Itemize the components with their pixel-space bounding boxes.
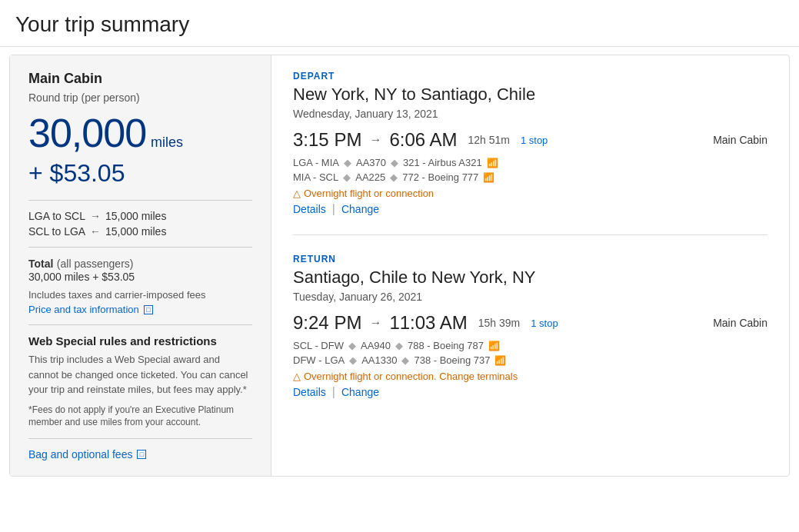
divider-4 — [28, 438, 252, 439]
return-change-link[interactable]: Change — [341, 386, 379, 398]
wifi-icon-2: 📶 — [483, 172, 494, 183]
miles-row: 30,000 miles — [28, 110, 252, 156]
depart-cabin: Main Cabin — [713, 134, 767, 146]
dot4: ◆ — [390, 171, 398, 183]
route-table: LGA to SCL → 15,000 miles SCL to LGA ← 1… — [28, 210, 252, 238]
return-seg2-route: DFW - LGA — [293, 354, 345, 366]
dot8: ◆ — [401, 354, 409, 366]
pipe-1: | — [332, 202, 335, 216]
total-label: Total — [28, 258, 53, 270]
return-section: RETURN Santiago, Chile to New York, NY T… — [293, 234, 767, 399]
dot1: ◆ — [344, 157, 351, 168]
dot2: ◆ — [391, 157, 398, 168]
depart-seg1-route: LGA - MIA — [293, 157, 339, 168]
depart-seg2-equipment: 772 - Boeing 777 — [402, 171, 478, 183]
warning-triangle-icon-1: △ — [293, 188, 301, 199]
return-seg1-route: SCL - DFW — [293, 340, 344, 351]
web-special-text: This trip includes a Web Special award a… — [28, 352, 252, 397]
round-trip-label: Round trip (per person) — [28, 91, 252, 104]
depart-segment-1: LGA - MIA ◆ AA370 ◆ 321 - Airbus A321 📶 — [293, 157, 767, 168]
bag-fees-link-text: Bag and optional fees — [28, 448, 132, 461]
depart-stops: 1 stop — [521, 135, 548, 146]
depart-date: Wednesday, January 13, 2021 — [293, 108, 767, 120]
main-layout: Main Cabin Round trip (per person) 30,00… — [9, 55, 790, 477]
footnote: *Fees do not apply if you're an Executiv… — [28, 404, 252, 430]
return-label: RETURN — [293, 254, 767, 264]
wifi-icon-1: 📶 — [487, 158, 498, 168]
dot6: ◆ — [395, 340, 403, 351]
return-route: Santiago, Chile to New York, NY — [293, 268, 767, 288]
total-value: 30,000 miles + $53.05 — [28, 271, 252, 283]
flight-arrow-icon-return: → — [369, 316, 381, 330]
pipe-2: | — [332, 385, 335, 399]
return-overnight-warning: △ Overnight flight or connection. Change… — [293, 371, 767, 382]
return-depart-time: 9:24 PM — [293, 312, 361, 334]
return-actions: Details | Change — [293, 385, 767, 399]
price-tax-link-text: Price and tax information — [28, 304, 139, 315]
flight-arrow-icon-depart: → — [369, 133, 381, 147]
wifi-icon-4: 📶 — [494, 355, 506, 366]
return-arrive-time: 11:03 AM — [389, 312, 467, 334]
return-stops: 1 stop — [531, 318, 558, 329]
return-warning-text: Overnight flight or connection. Change t… — [304, 371, 518, 382]
total-section: Total (all passengers) 30,000 miles + $5… — [28, 257, 252, 283]
route-miles-1: 15,000 miles — [105, 210, 166, 222]
depart-arrive-time: 6:06 AM — [389, 129, 457, 151]
depart-overnight-warning: △ Overnight flight or connection — [293, 188, 767, 199]
route-miles-2: 15,000 miles — [105, 225, 166, 238]
depart-time: 3:15 PM — [293, 129, 361, 151]
depart-seg2-flight: AA225 — [355, 171, 385, 183]
depart-route: New York, NY to Santiago, Chile — [293, 85, 767, 105]
page-title: Your trip summary — [0, 0, 799, 47]
divider-3 — [28, 324, 252, 325]
miles-label: miles — [151, 135, 183, 151]
return-segment-1: SCL - DFW ◆ AA940 ◆ 788 - Boeing 787 📶 — [293, 340, 767, 351]
miles-number: 30,000 — [28, 110, 146, 156]
return-seg2-flight: AA1330 — [361, 354, 397, 366]
bag-fees-link[interactable]: Bag and optional fees □ — [28, 448, 252, 461]
depart-details-link[interactable]: Details — [293, 203, 326, 215]
depart-times-row: 3:15 PM → 6:06 AM 12h 51m 1 stop Main Ca… — [293, 129, 767, 151]
depart-label: DEPART — [293, 71, 767, 81]
divider-1 — [28, 200, 252, 201]
depart-warning-text: Overnight flight or connection — [304, 188, 434, 199]
divider-2 — [28, 247, 252, 248]
return-times-row: 9:24 PM → 11:03 AM 15h 39m 1 stop Main C… — [293, 312, 767, 334]
route-arrow-2: ← — [90, 225, 101, 238]
warning-triangle-icon-2: △ — [293, 371, 301, 382]
route-row-2: SCL to LGA ← 15,000 miles — [28, 225, 252, 238]
fee-row: + $53.05 — [28, 159, 252, 188]
return-duration: 15h 39m — [478, 317, 520, 329]
route-code-1: LGA to SCL — [28, 210, 90, 222]
depart-segment-2: MIA - SCL ◆ AA225 ◆ 772 - Boeing 777 📶 — [293, 171, 767, 183]
total-sub: (all passengers) — [57, 258, 134, 270]
depart-duration: 12h 51m — [468, 134, 509, 146]
wifi-icon-3: 📶 — [488, 341, 500, 351]
return-seg1-flight: AA940 — [361, 340, 391, 351]
depart-seg1-flight: AA370 — [356, 157, 386, 168]
return-segment-2: DFW - LGA ◆ AA1330 ◆ 738 - Boeing 737 📶 — [293, 354, 767, 366]
return-cabin: Main Cabin — [713, 317, 767, 329]
depart-actions: Details | Change — [293, 202, 767, 216]
route-code-2: SCL to LGA — [28, 225, 90, 238]
route-arrow-1: → — [90, 210, 101, 222]
external-link-icon: □ — [144, 305, 153, 314]
price-tax-link[interactable]: Price and tax information □ — [28, 304, 252, 315]
web-special-title: Web Special rules and restrictions — [28, 334, 252, 347]
route-row-1: LGA to SCL → 15,000 miles — [28, 210, 252, 222]
cabin-title: Main Cabin — [28, 71, 252, 87]
dot7: ◆ — [349, 354, 357, 366]
return-date: Tuesday, January 26, 2021 — [293, 291, 767, 303]
taxes-note: Includes taxes and carrier-imposed fees — [28, 289, 252, 301]
depart-seg1-equipment: 321 - Airbus A321 — [403, 157, 482, 168]
dot5: ◆ — [348, 340, 356, 351]
return-seg1-equipment: 788 - Boeing 787 — [408, 340, 484, 351]
dot3: ◆ — [343, 171, 351, 183]
sidebar: Main Cabin Round trip (per person) 30,00… — [10, 55, 271, 476]
return-details-link[interactable]: Details — [293, 386, 326, 398]
depart-seg2-route: MIA - SCL — [293, 171, 338, 183]
bag-external-link-icon: □ — [137, 450, 146, 459]
flight-content: DEPART New York, NY to Santiago, Chile W… — [271, 55, 789, 476]
return-seg2-equipment: 738 - Boeing 737 — [414, 354, 490, 366]
depart-change-link[interactable]: Change — [341, 203, 379, 215]
